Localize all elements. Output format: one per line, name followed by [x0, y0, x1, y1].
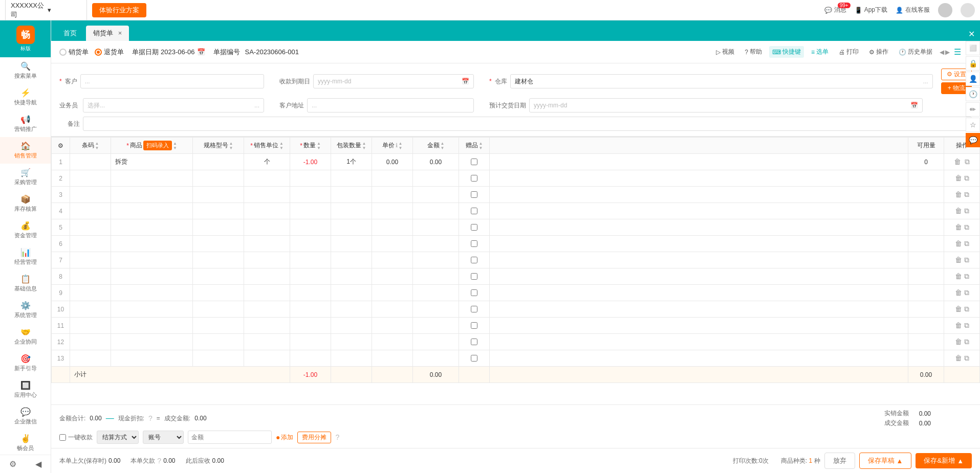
- help-btn[interactable]: ? 帮助: [742, 46, 765, 58]
- row-8-gift[interactable]: [471, 273, 477, 280]
- row-4-gift[interactable]: [471, 208, 477, 214]
- choose-btn[interactable]: ≡ 选单: [808, 46, 832, 58]
- row-1-gift-checkbox[interactable]: [471, 159, 477, 165]
- history-btn[interactable]: 🕐 历史单据: [896, 46, 935, 58]
- row-1-gift[interactable]: [459, 154, 490, 170]
- rp-btn-4[interactable]: 🕐: [966, 87, 980, 101]
- date-value[interactable]: 2023-06-06: [161, 48, 195, 56]
- radio-return-order[interactable]: 退货单: [95, 48, 124, 57]
- system-icon: ⚙️: [20, 301, 31, 310]
- one-click-payment-checkbox[interactable]: 一键收款: [59, 433, 93, 442]
- shortcut-btn[interactable]: ⌨ 快捷键: [769, 46, 804, 58]
- avatar-extra[interactable]: [961, 3, 975, 17]
- row-6-gift[interactable]: [471, 240, 477, 247]
- prev-icon[interactable]: ◀: [940, 49, 944, 56]
- row-1-barcode[interactable]: [70, 154, 111, 170]
- one-click-payment-check[interactable]: [59, 434, 66, 441]
- customer-address-input[interactable]: ...: [307, 98, 474, 112]
- sidebar-item-enterprise[interactable]: 🤝 企业协同: [0, 323, 51, 350]
- message-button[interactable]: 💬 消息 99+: [824, 6, 846, 14]
- video-btn[interactable]: ▷ 视频: [713, 46, 737, 58]
- row-7-gift[interactable]: [471, 257, 477, 263]
- row-3-gift[interactable]: [471, 191, 477, 198]
- expense-split-btn[interactable]: 费用分摊: [297, 432, 331, 443]
- row-1-copy-btn[interactable]: ⧉: [964, 157, 971, 166]
- rp-btn-7[interactable]: 💬: [966, 133, 980, 147]
- salesperson-input[interactable]: 选择... ...: [83, 98, 264, 112]
- trial-button[interactable]: 体验行业方案: [92, 3, 146, 17]
- avatar[interactable]: [938, 3, 952, 17]
- date-field: 单据日期 2023-06-06 📅: [132, 48, 205, 57]
- payment-method-select[interactable]: 结算方式: [97, 431, 139, 444]
- sidebar-item-search[interactable]: 🔍 搜索菜单: [0, 57, 51, 84]
- rp-btn-1[interactable]: ⬜: [966, 41, 980, 55]
- row-11-gift[interactable]: [471, 322, 477, 329]
- row-1-quantity[interactable]: -1.00: [290, 154, 331, 170]
- list-view-icon[interactable]: ☰: [954, 47, 961, 57]
- account-select[interactable]: 账号: [143, 431, 184, 444]
- row-9-gift[interactable]: [471, 289, 477, 296]
- row-13-gift[interactable]: [471, 355, 477, 362]
- app-download-button[interactable]: 📱 App下载: [855, 6, 887, 14]
- total-owed-help[interactable]: ?: [157, 457, 161, 465]
- sidebar-item-app-center[interactable]: 🔲 应用中心: [0, 376, 51, 403]
- row-1-delete-btn[interactable]: 🗑: [953, 157, 962, 166]
- rp-btn-6[interactable]: ☆: [966, 118, 980, 132]
- row-5-gift[interactable]: [471, 224, 477, 231]
- customer-input[interactable]: ...: [80, 74, 264, 88]
- tab-close-all-icon[interactable]: ✕: [968, 29, 975, 39]
- row-1-product[interactable]: 拆货: [111, 154, 193, 170]
- help-circle-icon[interactable]: ?: [148, 414, 153, 422]
- save-new-btn[interactable]: 保存&新增 ▲: [916, 453, 972, 468]
- radio-sales-order[interactable]: 销货单: [59, 48, 89, 57]
- next-icon[interactable]: ▶: [945, 49, 950, 56]
- sidebar-item-vip[interactable]: ✌ 畅会员: [0, 430, 51, 455]
- rp-btn-5[interactable]: ✏: [966, 102, 980, 117]
- row-1-unit-price[interactable]: 0.00: [372, 154, 413, 170]
- row-1-spec[interactable]: [193, 154, 244, 170]
- print-btn[interactable]: 🖨 打印: [836, 46, 862, 58]
- add-btn[interactable]: ● 添加: [276, 433, 293, 442]
- sidebar-item-operations[interactable]: 📊 经营管理: [0, 243, 51, 270]
- row-12-gift[interactable]: [471, 339, 477, 345]
- payment-due-input[interactable]: yyyy-mm-dd 📅: [313, 74, 474, 88]
- warehouse-input[interactable]: 建材仓 ...: [510, 74, 933, 88]
- tab-sales-order[interactable]: 销货单 ×: [86, 26, 129, 41]
- sidebar-item-marketing[interactable]: 📢 营销推广: [0, 110, 51, 137]
- sidebar-item-system[interactable]: ⚙️ 系统管理: [0, 297, 51, 323]
- sidebar-item-sales[interactable]: 🏠 销售管理: [0, 137, 51, 164]
- tab-home[interactable]: 首页: [56, 26, 84, 41]
- row-10-gift[interactable]: [471, 306, 477, 312]
- row-1-unit[interactable]: 个: [244, 154, 290, 170]
- row-1-pack-qty[interactable]: 1个: [331, 154, 372, 170]
- discard-btn[interactable]: 放弃: [824, 453, 855, 469]
- sidebar-item-funds[interactable]: 💰 资金管理: [0, 217, 51, 243]
- rp-btn-2[interactable]: 🔒: [966, 56, 980, 71]
- rp-btn-3[interactable]: 👤: [966, 72, 980, 86]
- sidebar-item-basic-info[interactable]: 📋 基础信息: [0, 270, 51, 297]
- sidebar-label-quick-nav: 快捷导航: [14, 99, 37, 106]
- payment-due-label: 收款到期日: [279, 77, 310, 86]
- sidebar-item-quick-nav[interactable]: ⚡ 快捷导航: [0, 84, 51, 110]
- row-2-gift[interactable]: [471, 175, 477, 182]
- expected-delivery-input[interactable]: yyyy-mm-dd 📅: [529, 98, 923, 112]
- notes-input[interactable]: [83, 117, 972, 131]
- sidebar-item-purchase[interactable]: 🛒 采购管理: [0, 164, 51, 190]
- sidebar-item-guide[interactable]: 🎯 新手引导: [0, 350, 51, 376]
- sidebar-collapse-icon[interactable]: ◀: [35, 459, 41, 469]
- calendar-icon[interactable]: 📅: [197, 48, 205, 56]
- save-draft-btn[interactable]: 保存草稿 ▲: [859, 453, 912, 469]
- current-balance-label: 本单上欠(保存时): [59, 457, 106, 465]
- amount-input[interactable]: [188, 431, 272, 444]
- expense-help-icon[interactable]: ?: [335, 433, 339, 441]
- operation-btn[interactable]: ⚙ 操作: [866, 46, 891, 58]
- sidebar-item-inventory[interactable]: 📦 库存核算: [0, 190, 51, 217]
- tab-close-icon[interactable]: ×: [118, 29, 122, 37]
- sidebar-settings-icon[interactable]: ⚙: [9, 459, 16, 469]
- row-1-amount[interactable]: 0.00: [413, 154, 459, 170]
- scan-btn[interactable]: 扫码录入: [143, 141, 172, 150]
- th-settings[interactable]: ⚙: [52, 138, 70, 154]
- online-service-button[interactable]: 👤 在线客服: [896, 6, 930, 14]
- sidebar-item-wechat[interactable]: 💬 企业微信: [0, 403, 51, 430]
- company-selector[interactable]: XXXXXX公司 ▾: [5, 0, 87, 22]
